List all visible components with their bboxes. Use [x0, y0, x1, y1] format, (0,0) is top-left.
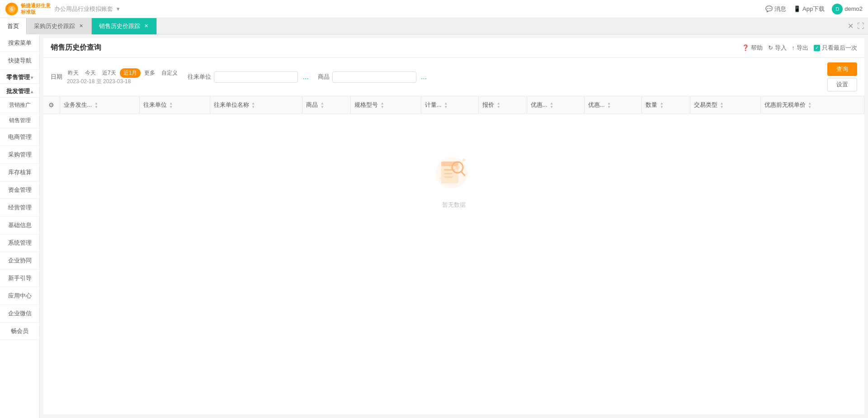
- table-header-unit: 计量... ▲▼: [421, 96, 478, 114]
- sidebar-item-quick-nav[interactable]: 快捷导航: [0, 52, 39, 70]
- sort-biz-date-icon[interactable]: ▲▼: [94, 102, 98, 109]
- sort-tax-free-price-icon[interactable]: ▲▼: [808, 102, 811, 109]
- sidebar-item-ecommerce-mgmt[interactable]: 电商管理: [0, 128, 39, 146]
- data-table: ⚙ 业务发生... ▲▼ 往来单位 ▲▼ 往来单位名称: [43, 96, 864, 114]
- help-action[interactable]: ❓ 帮助: [742, 44, 763, 52]
- header-right: 💬 消息 📱 App下载 D demo2: [765, 4, 863, 14]
- date-btn-more[interactable]: 更多: [142, 68, 158, 78]
- app-download-action[interactable]: 📱 App下载: [793, 5, 825, 13]
- gear-icon[interactable]: ⚙: [48, 101, 54, 109]
- sidebar-item-enterprise-wechat[interactable]: 企业微信: [0, 305, 39, 323]
- table-container: ⚙ 业务发生... ▲▼ 往来单位 ▲▼ 往来单位名称: [43, 96, 864, 414]
- page-actions: ❓ 帮助 ↻ 导入 ↑ 导出 ✓ 只看最后一次: [742, 44, 858, 52]
- tab-purchase-history[interactable]: 采购历史价跟踪 ✕: [27, 18, 92, 34]
- sort-partner-name-icon[interactable]: ▲▼: [251, 102, 255, 109]
- table-header-quote: 报价 ▲▼: [479, 96, 527, 114]
- sidebar-item-member[interactable]: 畅会员: [0, 323, 39, 340]
- sidebar-item-operations-mgmt[interactable]: 经营管理: [0, 199, 39, 217]
- sidebar-item-search-menu[interactable]: 搜索菜单: [0, 34, 39, 52]
- partner-filter-group: 往来单位 ...: [188, 71, 310, 83]
- goods-filter-group: 商品 ...: [318, 71, 429, 83]
- goods-filter-label: 商品: [318, 73, 330, 81]
- tab-purchase-close-icon[interactable]: ✕: [78, 23, 84, 29]
- page-title: 销售历史价查询: [51, 43, 101, 52]
- svg-point-10: [455, 165, 460, 170]
- table-header-spec: 规格型号 ▲▼: [351, 96, 421, 114]
- import-action[interactable]: ↻ 导入: [768, 44, 787, 52]
- query-button[interactable]: 查询: [827, 62, 857, 76]
- sort-trade-type-icon[interactable]: ▲▼: [720, 102, 723, 109]
- date-options-row: 昨天 今天 近7天 近1月 更多 自定义 2023-02-18 至 2023-0…: [65, 68, 180, 86]
- tab-home[interactable]: 首页: [0, 18, 27, 34]
- breadcrumb: 办公用品行业模拟账套: [54, 5, 113, 13]
- table-header-discount2: 优惠... ▲▼: [584, 96, 642, 114]
- goods-filter-input[interactable]: [332, 71, 416, 83]
- date-range-text: 2023-02-18 至 2023-03-18: [67, 78, 131, 85]
- export-action[interactable]: ↑ 导出: [792, 44, 809, 52]
- help-icon: ❓: [742, 44, 749, 51]
- avatar: D: [832, 4, 843, 14]
- date-options: 昨天 今天 近7天 近1月 更多 自定义: [65, 68, 180, 78]
- sort-discount2-icon[interactable]: ▲▼: [607, 102, 611, 109]
- sidebar: 搜索菜单 快捷导航 零售管理 ▾ 批发管理 ▴ 营销推广 销售管理 电商管理 采…: [0, 34, 40, 418]
- tab-bar-right: ✕ ⛶: [848, 22, 868, 30]
- sidebar-item-retail-mgmt[interactable]: 零售管理 ▾: [0, 70, 39, 84]
- logo-area: 6 畅捷通好生意 标准版: [5, 3, 51, 15]
- page-title-bar: 销售历史价查询 ❓ 帮助 ↻ 导入 ↑ 导出 ✓: [43, 38, 864, 58]
- goods-filter-dots-icon[interactable]: ...: [419, 73, 429, 81]
- only-last-checkbox[interactable]: ✓: [814, 45, 820, 51]
- sort-spec-icon[interactable]: ▲▼: [381, 102, 384, 109]
- sort-partner-code-icon[interactable]: ▲▼: [169, 102, 173, 109]
- user-avatar-area[interactable]: D demo2: [832, 4, 863, 14]
- setting-button[interactable]: 设置: [827, 78, 857, 91]
- partner-filter-dots-icon[interactable]: ...: [301, 73, 310, 81]
- sort-quote-icon[interactable]: ▲▼: [497, 102, 500, 109]
- date-btn-1month[interactable]: 近1月: [120, 68, 141, 78]
- date-filter-group: 日期 昨天 今天 近7天 近1月 更多 自定义 2023-02-18 至 202…: [51, 68, 180, 86]
- tab-sales-close-icon[interactable]: ✕: [143, 23, 149, 29]
- date-btn-today[interactable]: 今天: [82, 68, 99, 78]
- svg-point-11: [462, 159, 465, 162]
- sidebar-item-guide[interactable]: 新手引导: [0, 270, 39, 287]
- sidebar-item-system-mgmt[interactable]: 系统管理: [0, 234, 39, 252]
- date-btn-7days[interactable]: 近7天: [99, 68, 119, 78]
- sort-unit-icon[interactable]: ▲▼: [444, 102, 448, 109]
- message-action[interactable]: 💬 消息: [765, 5, 786, 13]
- only-last-checkbox-area[interactable]: ✓ 只看最后一次: [814, 44, 857, 52]
- empty-state: 暂无数据: [43, 114, 864, 245]
- breadcrumb-dropdown-icon[interactable]: ▾: [117, 5, 120, 12]
- sidebar-item-basic-info[interactable]: 基础信息: [0, 217, 39, 234]
- sidebar-item-app-center[interactable]: 应用中心: [0, 287, 39, 305]
- table-header-settings[interactable]: ⚙: [43, 96, 60, 114]
- date-filter-label: 日期: [51, 73, 62, 81]
- close-window-icon[interactable]: ✕: [848, 22, 854, 30]
- svg-rect-7: [444, 176, 453, 178]
- table-header-quantity: 数量 ▲▼: [642, 96, 690, 114]
- tab-bar: 首页 采购历史价跟踪 ✕ 销售历史价跟踪 ✕ ✕ ⛶: [0, 18, 868, 34]
- sort-goods-icon[interactable]: ▲▼: [321, 102, 324, 109]
- table-header-partner-code: 往来单位 ▲▼: [139, 96, 210, 114]
- sidebar-item-wholesale-mgmt[interactable]: 批发管理 ▴: [0, 84, 39, 98]
- svg-rect-6: [444, 173, 452, 174]
- sidebar-item-sales-mgmt[interactable]: 销售管理: [0, 113, 39, 128]
- date-btn-yesterday[interactable]: 昨天: [65, 68, 81, 78]
- sidebar-item-marketing[interactable]: 营销推广: [0, 98, 39, 113]
- top-header: 6 畅捷通好生意 标准版 办公用品行业模拟账套 ▾ 💬 消息 📱 App下载 D…: [0, 0, 868, 18]
- sort-quantity-icon[interactable]: ▲▼: [660, 102, 664, 109]
- retail-mgmt-arrow-icon: ▾: [31, 75, 33, 80]
- header-left: 6 畅捷通好生意 标准版 办公用品行业模拟账套 ▾: [5, 3, 120, 15]
- sidebar-item-inventory[interactable]: 库存核算: [0, 164, 39, 181]
- message-icon: 💬: [765, 5, 773, 12]
- sidebar-item-enterprise-collab[interactable]: 企业协同: [0, 252, 39, 270]
- empty-text: 暂无数据: [442, 201, 466, 209]
- partner-filter-input[interactable]: [214, 71, 298, 83]
- date-btn-custom[interactable]: 自定义: [159, 68, 180, 78]
- maximize-window-icon[interactable]: ⛶: [857, 22, 864, 30]
- table-header-tax-free-price: 优惠前无税单价 ▲▼: [760, 96, 864, 114]
- sidebar-item-finance-mgmt[interactable]: 资金管理: [0, 181, 39, 199]
- sort-discount1-icon[interactable]: ▲▼: [550, 102, 553, 109]
- sidebar-item-purchase-mgmt[interactable]: 采购管理: [0, 146, 39, 164]
- table-header-biz-date: 业务发生... ▲▼: [60, 96, 139, 114]
- filter-bar: 日期 昨天 今天 近7天 近1月 更多 自定义 2023-02-18 至 202…: [43, 58, 864, 96]
- tab-sales-history[interactable]: 销售历史价跟踪 ✕: [92, 18, 157, 34]
